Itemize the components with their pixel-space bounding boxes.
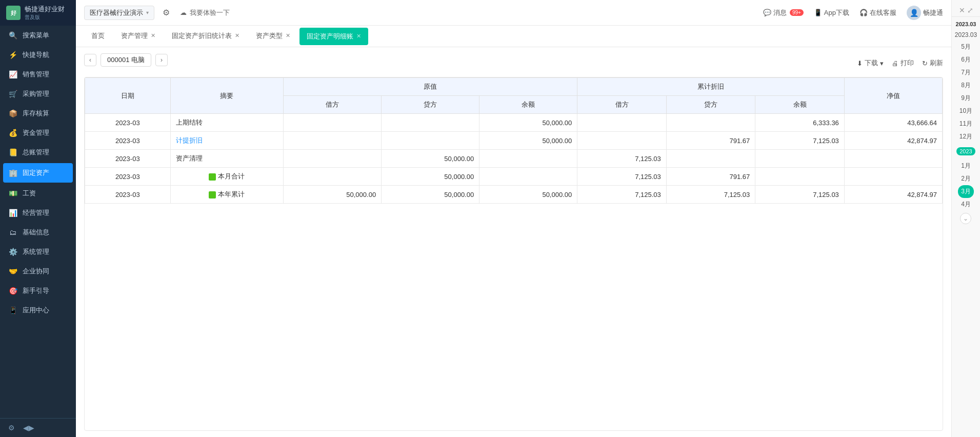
sidebar-item-payroll[interactable]: 💵 工资 [0, 184, 76, 203]
sidebar-label-search: 搜索菜单 [23, 31, 49, 40]
cell-desc: 上期结转 [170, 114, 284, 132]
download-icon: ⬇ [857, 59, 863, 67]
sidebar-label-payroll: 工资 [23, 189, 36, 198]
month-item[interactable]: 10月 [955, 105, 977, 117]
month-item[interactable]: 5月 [955, 41, 977, 53]
month-item-1月[interactable]: 1月 [955, 160, 977, 172]
cell-date: 2023-03 [85, 132, 171, 150]
sidebar-item-apps[interactable]: 📱 应用中心 [0, 301, 76, 320]
app-download-label: App下载 [824, 8, 849, 17]
sidebar-item-operations[interactable]: 📊 经营管理 [0, 203, 76, 223]
company-name: 医疗器械行业演示 [90, 8, 143, 17]
avatar: 👤 [907, 6, 921, 20]
download-button[interactable]: ⬇ 下载 ▾ [857, 58, 884, 68]
table-row: 2023-03 上期结转 50,000.00 6,333.36 43,666.6… [85, 114, 943, 132]
expand-panel-button[interactable]: ⤢ [967, 6, 973, 14]
operations-icon: 📊 [8, 208, 17, 217]
online-service-button[interactable]: 🎧 在线客服 [859, 8, 896, 17]
month-item-4月[interactable]: 4月 [955, 198, 977, 211]
month-item[interactable]: 8月 [955, 79, 977, 92]
tab-close-icon[interactable]: ✕ [235, 32, 239, 39]
month-item[interactable]: 9月 [955, 92, 977, 105]
print-button[interactable]: 🖨 打印 [892, 58, 914, 68]
sidebar-item-sales[interactable]: 📈 销售管理 [0, 65, 76, 84]
sidebar-item-system[interactable]: ⚙️ 系统管理 [0, 242, 76, 262]
month-item[interactable]: 7月 [955, 66, 977, 79]
download-label: 下载 [865, 58, 878, 68]
tab-close-icon[interactable]: ✕ [151, 32, 155, 39]
cell-orig-credit: 50,000.00 [382, 150, 479, 168]
tab-固定资产折旧统计表[interactable]: 固定资产折旧统计表✕ [165, 27, 247, 46]
cell-orig-credit: 50,000.00 [382, 168, 479, 186]
asset-navigation: ‹ 000001 电脑 › [84, 53, 168, 67]
close-panel-button[interactable]: ✕ [959, 6, 965, 14]
sidebar-item-purchase[interactable]: 🛒 采购管理 [0, 84, 76, 104]
sidebar-item-guide[interactable]: 🎯 新手引导 [0, 281, 76, 301]
topbar-right: 💬 消息 99+ 📱 App下载 🎧 在线客服 👤 畅捷通 [763, 6, 943, 20]
tab-label: 固定资产明细账 [307, 32, 353, 41]
system-icon: ⚙️ [8, 247, 17, 256]
toolbar-actions: ⬇ 下载 ▾ 🖨 打印 ↻ 刷新 [857, 58, 943, 68]
col-group-original: 原值 [284, 78, 577, 96]
col-depr-debit: 借方 [577, 96, 667, 114]
cell-desc: 资产清理 [170, 150, 284, 168]
collapse-icon[interactable]: ◀▶ [23, 424, 34, 432]
settings-gear-icon[interactable]: ⚙ [163, 8, 170, 17]
settings-icon[interactable]: ⚙ [8, 424, 15, 432]
sidebar-label-base-info: 基础信息 [23, 228, 49, 237]
month-item-2月[interactable]: 2月 [955, 172, 977, 185]
tab-资产类型[interactable]: 资产类型✕ [249, 27, 297, 46]
sidebar-item-base-info[interactable]: 🗂 基础信息 [0, 223, 76, 242]
month-item-3月[interactable]: 3月 [958, 185, 974, 198]
month-item[interactable]: 6月 [955, 53, 977, 66]
experience-icon: ☁ [180, 9, 187, 16]
main-content: 医疗器械行业演示 ▾ ⚙ ☁ 我要体验一下 💬 消息 99+ 📱 App下载 🎧… [76, 0, 951, 437]
tab-固定资产明细账[interactable]: 固定资产明细账✕ [299, 28, 368, 45]
cell-orig-debit [284, 132, 382, 150]
cell-depr-credit: 7,125.03 [666, 186, 755, 204]
messages-button[interactable]: 💬 消息 99+ [763, 8, 804, 17]
cell-depr-balance: 6,333.36 [755, 114, 845, 132]
collab-icon: 🤝 [8, 267, 17, 276]
tab-资产管理[interactable]: 资产管理✕ [114, 27, 163, 46]
experience-label: 我要体验一下 [190, 8, 230, 17]
experience-button[interactable]: ☁ 我要体验一下 [180, 8, 230, 17]
sidebar-item-ledger[interactable]: 📒 总账管理 [0, 143, 76, 162]
cell-desc: 本月合计 [170, 168, 284, 186]
sidebar-label-purchase: 采购管理 [23, 89, 49, 98]
refresh-icon: ↻ [922, 59, 928, 67]
tab-close-icon[interactable]: ✕ [356, 33, 361, 39]
company-selector[interactable]: 医疗器械行业演示 ▾ [84, 6, 154, 20]
cell-depr-balance: 7,125.03 [755, 186, 845, 204]
app-download-button[interactable]: 📱 App下载 [814, 8, 849, 17]
sidebar-item-finance[interactable]: 💰 资金管理 [0, 123, 76, 143]
download-icon: 📱 [814, 9, 822, 16]
sidebar-item-quick-nav[interactable]: ⚡ 快捷导航 [0, 45, 76, 65]
cell-depr-debit: 7,125.03 [577, 150, 667, 168]
user-profile[interactable]: 👤 畅捷通 [907, 6, 943, 20]
sidebar-item-fixed-assets[interactable]: 🏢 固定资产 [3, 163, 73, 183]
sidebar-label-operations: 经营管理 [23, 208, 49, 217]
tab-close-icon[interactable]: ✕ [286, 32, 290, 39]
year-badge: 2023 [956, 147, 975, 155]
cell-orig-debit [284, 114, 382, 132]
sidebar-label-system: 系统管理 [23, 247, 49, 256]
month-item-top[interactable]: 2023.03 [955, 29, 977, 41]
cell-depr-balance [755, 168, 845, 186]
cell-date: 2023-03 [85, 150, 171, 168]
sidebar-item-collab[interactable]: 🤝 企业协同 [0, 262, 76, 281]
cell-orig-debit [284, 168, 382, 186]
refresh-button[interactable]: ↻ 刷新 [922, 58, 943, 68]
month-item[interactable]: 11月 [955, 117, 977, 130]
sidebar-item-search[interactable]: 🔍 搜索菜单 [0, 26, 76, 45]
scroll-down-icon[interactable]: ⌄ [960, 213, 971, 224]
prev-asset-button[interactable]: ‹ [84, 54, 96, 66]
sidebar-nav: 🔍 搜索菜单 ⚡ 快捷导航 📈 销售管理 🛒 采购管理 📦 库存核算 💰 资金管… [0, 26, 76, 418]
tab-首页[interactable]: 首页 [84, 27, 112, 46]
sidebar-item-inventory[interactable]: 📦 库存核算 [0, 104, 76, 123]
asset-code: 000001 电脑 [107, 56, 145, 64]
cell-orig-credit [382, 114, 479, 132]
next-asset-button[interactable]: › [155, 54, 168, 66]
month-item[interactable]: 12月 [955, 130, 977, 143]
cell-depr-debit: 7,125.03 [577, 186, 667, 204]
